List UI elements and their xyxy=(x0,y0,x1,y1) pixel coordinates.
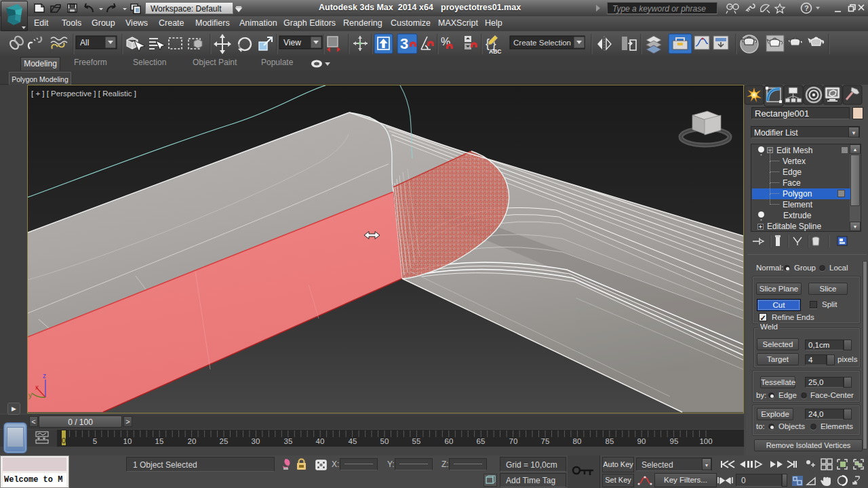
svg-text:15: 15 xyxy=(155,437,164,445)
svg-text:10: 10 xyxy=(123,437,132,445)
svg-text:z: z xyxy=(43,372,46,380)
svg-text:85: 85 xyxy=(606,437,614,445)
svg-text:65: 65 xyxy=(477,437,486,445)
svg-text:35: 35 xyxy=(284,437,293,445)
svg-text:ABC: ABC xyxy=(489,48,501,55)
svg-text:All: All xyxy=(80,38,89,47)
svg-text:95: 95 xyxy=(670,437,679,445)
svg-text:30: 30 xyxy=(252,437,260,445)
svg-text:75: 75 xyxy=(541,437,550,445)
svg-text:80: 80 xyxy=(573,437,582,445)
svg-text:70: 70 xyxy=(509,437,518,445)
svg-text:45: 45 xyxy=(349,437,357,445)
svg-text:100: 100 xyxy=(699,437,712,445)
svg-text:60: 60 xyxy=(445,437,454,445)
svg-text:25: 25 xyxy=(220,437,229,445)
svg-text:20: 20 xyxy=(188,437,197,445)
svg-text:x: x xyxy=(35,384,39,391)
svg-text:50: 50 xyxy=(380,437,389,445)
svg-text:40: 40 xyxy=(316,437,325,445)
svg-text:55: 55 xyxy=(412,437,421,445)
svg-text:[ + ] [ Perspective ] [ Realis: [ + ] [ Perspective ] [ Realistic ] xyxy=(31,89,136,98)
svg-text:View: View xyxy=(283,38,301,47)
svg-text:Create Selection Se: Create Selection Se xyxy=(513,39,583,47)
svg-text:5: 5 xyxy=(93,437,97,445)
svg-text:3: 3 xyxy=(400,35,408,52)
svg-text:y: y xyxy=(28,392,32,399)
svg-text:?: ? xyxy=(804,4,809,12)
svg-text:90: 90 xyxy=(637,437,646,445)
